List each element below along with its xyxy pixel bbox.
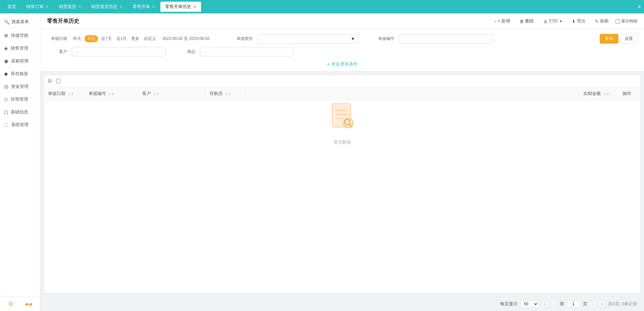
sort-amount-icon[interactable]: ▲▼ — [603, 93, 609, 96]
top-right-icons: ✕ — [637, 4, 641, 9]
collapse-icon: ∧ — [327, 62, 330, 67]
sort-customer-icon[interactable]: ▲▼ — [153, 93, 159, 96]
sidebar-search[interactable]: 🔍 搜索菜单 — [0, 16, 40, 28]
collapse-filter-btn[interactable]: ∧ 收起更多条件 — [47, 60, 637, 68]
date-range-display: 2023-06-02 至 2023-06-02 — [162, 36, 209, 42]
tab-home[interactable]: 首页 — [3, 2, 21, 12]
sidebar-item-sales[interactable]: ◈ 销售管理 — [0, 42, 40, 55]
basic-icon: ◻ — [4, 109, 8, 115]
close-return-history-tab[interactable]: ✕ — [119, 5, 122, 9]
sidebar-item-basic[interactable]: ◻ 基础信息 — [0, 106, 40, 118]
close-retail-order-history-tab[interactable]: ✕ — [193, 5, 196, 9]
date-today[interactable]: 今天 — [85, 35, 98, 42]
page-label: 第 — [560, 301, 564, 307]
tab-sales-order[interactable]: 销售订单 ✕ — [21, 2, 53, 12]
tab-return[interactable]: 销货退货 ✕ — [54, 2, 86, 12]
col-header-customer[interactable]: 客户 ▲▼ — [138, 87, 205, 100]
add-icon: + — [494, 19, 496, 24]
purchase-icon: ◉ — [4, 58, 8, 64]
next-page-btn[interactable]: › — [590, 301, 596, 307]
col-header-amount[interactable]: 实销金额 ▲▼ — [579, 87, 613, 100]
date-more[interactable]: 更多 — [130, 35, 141, 42]
current-page-input[interactable] — [567, 301, 580, 307]
print-dropdown-icon: ▼ — [559, 19, 562, 23]
sort-num-icon[interactable]: ▲▼ — [108, 93, 114, 96]
empty-icon — [326, 100, 359, 134]
print-button[interactable]: 🖨 打印 ▼ — [541, 17, 565, 25]
display-detail-checkbox[interactable] — [615, 19, 620, 23]
tab-retail-order[interactable]: 零售开单 ✕ — [128, 2, 160, 12]
close-sales-order-tab[interactable]: ✕ — [46, 5, 49, 9]
export-button[interactable]: ⬇ 导出 — [569, 17, 588, 25]
select-all-checkbox[interactable] — [56, 79, 60, 83]
delete-icon: 🗑 — [519, 19, 524, 24]
prev-page-btn[interactable]: ‹ — [551, 301, 557, 307]
customer-filter-select[interactable]: ··· — [72, 47, 166, 56]
print-icon: 🖨 — [543, 19, 548, 24]
pagination: 每页显示 50 100 200 « ‹ 第 页 › » 共0页, 0条记录 — [40, 297, 644, 311]
customer-placeholder: ··· — [75, 49, 79, 54]
date-custom[interactable]: 自定义 — [143, 35, 157, 42]
sidebar-item-purchase[interactable]: ◉ 采购管理 — [0, 55, 40, 67]
date-7days[interactable]: 近7天 — [100, 35, 113, 42]
customer-filter-label: 客户 — [47, 49, 67, 55]
inventory-icon: ◆ — [4, 71, 8, 77]
settings-bottom-btn[interactable]: ⚙ — [8, 300, 13, 308]
sidebar-item-finance[interactable]: ◎ 资金管理 — [0, 80, 40, 93]
system-icon: ◌ — [4, 122, 8, 128]
search-buttons: 查询 设置 — [600, 34, 637, 44]
goods-filter-select[interactable]: ··· — [200, 47, 294, 56]
goods-filter-label: 商品 — [175, 49, 195, 55]
empty-text: 暂无数据 — [334, 139, 351, 145]
tab-retail-order-history[interactable]: 零售开单历史 ✕ — [160, 2, 201, 12]
display-detail-wrap[interactable]: 显示明细 — [615, 18, 637, 24]
last-page-btn[interactable]: » — [599, 301, 606, 307]
header-actions: + + 新增 🗑 删除 🖨 打印 ▼ ⬇ 导出 ↻ — [491, 17, 637, 25]
date-shortcuts: 昨天 今天 近7天 近1月 更多 自定义 2023-06-02 至 2023-0… — [72, 35, 210, 42]
sidebar-item-shortcuts[interactable]: ⊕ 快捷导航 — [0, 29, 40, 42]
per-page-select[interactable]: 50 100 200 — [520, 300, 539, 308]
add-button[interactable]: + + 新增 — [491, 17, 513, 25]
table-settings-icon[interactable]: ⚙ — [47, 78, 52, 84]
date-yesterday[interactable]: 昨天 — [72, 35, 83, 42]
sidebar-item-inventory[interactable]: ◆ 库存核算 — [0, 67, 40, 80]
close-retail-order-tab[interactable]: ✕ — [152, 5, 155, 9]
type-filter-select[interactable]: ▼ — [257, 34, 358, 44]
sidebar-item-management[interactable]: ◇ 经营管理 — [0, 93, 40, 106]
type-select-arrow: ▼ — [351, 36, 355, 41]
empty-state: 暂无数据 — [44, 100, 640, 145]
sidebar-bottom: ⚙ ◀◀ — [0, 297, 40, 311]
top-tab-bar: 首页 销售订单 ✕ 销货退货 ✕ 销货退货历史 ✕ 零售开单 ✕ 零售开单历史 … — [0, 0, 644, 13]
tab-return-history[interactable]: 销货退货历史 ✕ — [87, 2, 127, 12]
total-info: 共0页, 0条记录 — [608, 301, 637, 307]
goods-placeholder: ··· — [203, 49, 207, 54]
delete-button[interactable]: 🗑 删除 — [517, 17, 537, 25]
collapse-sidebar-btn[interactable]: ◀◀ — [24, 301, 32, 307]
query-button[interactable]: 查询 — [600, 34, 618, 44]
date-filter-label: 单据日期 — [47, 36, 67, 42]
sort-guide-icon[interactable]: ▲▼ — [225, 93, 231, 96]
data-table: 单据日期 ▲▼ 单据编号 ▲▼ 客户 ▲▼ — [44, 87, 640, 100]
col-header-num[interactable]: 单据编号 ▲▼ — [84, 87, 138, 100]
management-icon: ◇ — [4, 96, 8, 102]
sidebar-item-system[interactable]: ◌ 系统管理 — [0, 118, 40, 131]
sales-icon: ◈ — [4, 45, 8, 51]
window-close-icon[interactable]: ✕ — [637, 4, 641, 9]
col-header-action: 操作 — [613, 87, 640, 100]
table-container: ⚙ 单据日期 ▲▼ 单据编号 ▲▼ — [44, 75, 641, 293]
close-return-tab[interactable]: ✕ — [78, 5, 81, 9]
num-filter-input[interactable] — [399, 34, 493, 44]
refresh-button[interactable]: ↻ 刷新 — [592, 17, 611, 25]
date-1month[interactable]: 近1月 — [115, 35, 128, 42]
col-header-date[interactable]: 单据日期 ▲▼ — [44, 87, 84, 100]
filter-area: 单据日期 昨天 今天 近7天 近1月 更多 自定义 2023-06-02 至 2… — [40, 29, 644, 71]
table-toolbar: ⚙ — [44, 75, 640, 87]
sidebar: 🔍 搜索菜单 ⊕ 快捷导航 ◈ 销售管理 ◉ 采购管理 ◆ 库存核算 ◎ 资金管… — [0, 13, 40, 311]
settings-button[interactable]: 设置 — [621, 34, 637, 44]
col-header-spacer — [245, 87, 579, 100]
sort-date-icon[interactable]: ▲▼ — [68, 93, 74, 96]
type-filter-label: 单据类型 — [233, 36, 253, 42]
first-page-btn[interactable]: « — [541, 301, 548, 307]
col-header-guide[interactable]: 导购员 ▲▼ — [205, 87, 245, 100]
refresh-icon: ↻ — [595, 19, 599, 24]
